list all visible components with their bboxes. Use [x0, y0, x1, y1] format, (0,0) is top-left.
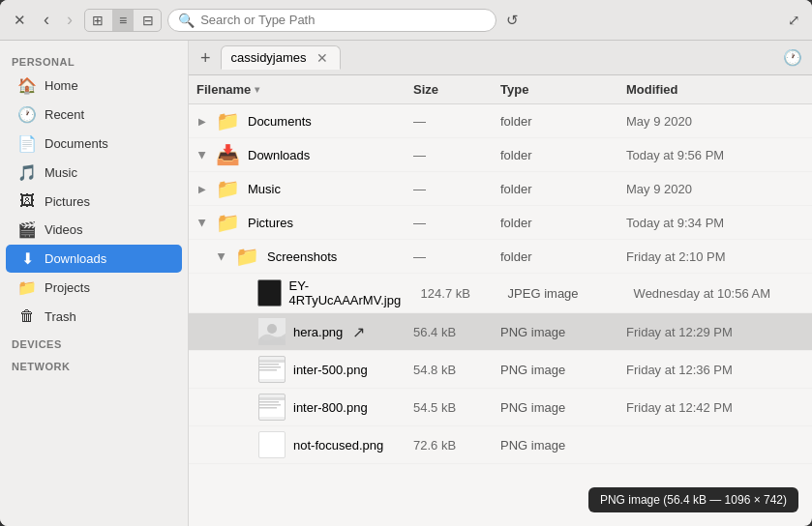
sidebar-label-videos: Videos — [45, 222, 83, 237]
sort-icon: ▾ — [255, 84, 259, 95]
main-area: Personal 🏠 Home 🕐 Recent 📄 Documents 🎵 M… — [0, 41, 812, 526]
search-icon: 🔍 — [178, 13, 195, 28]
forward-button[interactable]: › — [61, 6, 78, 34]
type-header[interactable]: Type — [493, 79, 618, 100]
devices-label: Devices — [0, 331, 188, 353]
sidebar-item-videos[interactable]: 🎬 Videos — [6, 216, 182, 244]
sidebar-item-home[interactable]: 🏠 Home — [6, 72, 182, 100]
videos-icon: 🎬 — [17, 220, 37, 239]
sidebar-item-downloads[interactable]: ⬇ Downloads — [6, 245, 182, 273]
file-size: 124.7 kB — [413, 283, 500, 304]
sidebar-item-pictures[interactable]: 🖼 Pictures — [6, 188, 182, 215]
file-size: 56.4 kB — [406, 322, 493, 342]
file-modified: Friday at 12:42 PM — [618, 397, 812, 418]
svg-rect-3 — [259, 360, 285, 363]
table-row[interactable]: ▶ 📥 Downloads — folder Today at 9:56 PM — [189, 138, 812, 172]
size-header[interactable]: Size — [406, 79, 493, 100]
file-type: PNG image — [493, 397, 618, 418]
table-row[interactable]: ▶ 📁 Documents — folder May 9 2020 — [189, 104, 812, 138]
pictures-icon: 🖼 — [17, 192, 37, 210]
table-row[interactable]: ▶ not-focused.png 72.6 kB PNG image — [189, 426, 812, 464]
sidebar-label-pictures: Pictures — [45, 194, 90, 209]
file-size: — — [406, 145, 493, 165]
table-row[interactable]: ▶ EY-4RTyUcAAArMV.jpg 124.7 kB JPEG imag… — [189, 274, 812, 313]
file-modified: Friday at 12:36 PM — [618, 360, 812, 380]
sidebar-label-recent: Recent — [45, 107, 84, 122]
home-icon: 🏠 — [17, 76, 37, 95]
sidebar: Personal 🏠 Home 🕐 Recent 📄 Documents 🎵 M… — [0, 41, 189, 526]
file-modified: May 9 2020 — [618, 111, 812, 132]
recent-icon: 🕐 — [17, 105, 37, 124]
modified-header[interactable]: Modified — [618, 79, 812, 100]
file-size: 54.5 kB — [406, 397, 493, 418]
new-tab-button[interactable]: + — [195, 45, 217, 71]
svg-rect-5 — [259, 366, 281, 368]
file-type: JPEG image — [500, 283, 626, 304]
sidebar-label-projects: Projects — [45, 280, 90, 295]
file-name-label: Pictures — [248, 216, 293, 230]
reload-button[interactable]: ↺ — [502, 8, 523, 33]
search-input[interactable] — [200, 13, 486, 27]
icon-view-button[interactable]: ⊞ — [85, 10, 110, 31]
file-type: folder — [493, 179, 618, 199]
folder-icon: 📁 — [216, 177, 240, 200]
close-button[interactable]: ✕ — [8, 8, 32, 33]
file-size: — — [406, 247, 493, 267]
folder-icon: 📁 — [216, 211, 240, 234]
file-modified: May 9 2020 — [618, 179, 812, 199]
file-modified — [618, 442, 812, 448]
sidebar-label-music: Music — [45, 165, 77, 180]
tab-close-button[interactable]: ✕ — [315, 51, 330, 65]
table-row[interactable]: ▶ inter-500.png 54.8 kB — [189, 351, 812, 389]
back-button[interactable]: ‹ — [38, 6, 55, 34]
search-bar: 🔍 — [167, 9, 496, 32]
sidebar-item-music[interactable]: 🎵 Music — [6, 159, 182, 187]
compact-view-button[interactable]: ⊟ — [135, 10, 161, 31]
sidebar-item-recent[interactable]: 🕐 Recent — [6, 101, 182, 129]
expand-icon[interactable]: ▶ — [197, 149, 208, 161]
file-modified: Today at 9:56 PM — [618, 145, 812, 165]
file-type: PNG image — [493, 435, 618, 455]
folder-downloads-icon: 📥 — [216, 143, 240, 166]
table-row[interactable]: ▶ 📁 Screenshots — folder Friday at 2:10 … — [189, 240, 812, 274]
file-type: PNG image — [493, 322, 618, 342]
cursor-indicator: ↗ — [352, 323, 365, 341]
file-name-label: Downloads — [248, 148, 310, 162]
tab-history-button[interactable]: 🕐 — [779, 44, 806, 71]
table-row[interactable]: ▶ 📁 Pictures — folder Today at 9:34 PM — [189, 206, 812, 240]
maximize-button[interactable]: ⤢ — [784, 8, 804, 33]
svg-point-1 — [267, 324, 277, 334]
svg-rect-6 — [259, 369, 277, 371]
table-row[interactable]: ▶ hera.png ↗ 56.4 kB — [189, 313, 812, 351]
expand-icon[interactable]: ▶ — [197, 217, 208, 228]
file-name-label: Documents — [248, 114, 312, 129]
music-icon: 🎵 — [17, 163, 37, 182]
folder-icon: 📁 — [235, 245, 259, 268]
expand-icon[interactable]: ▶ — [196, 116, 208, 127]
content-area: + cassidyjames ✕ 🕐 Filename ▾ Size — [189, 41, 812, 526]
file-thumbnail — [258, 318, 286, 345]
file-thumbnail — [258, 394, 286, 421]
sidebar-label-downloads: Downloads — [45, 251, 106, 266]
file-thumbnail — [258, 431, 286, 458]
file-thumbnail — [258, 356, 286, 383]
tab-label: cassidyjames — [231, 50, 307, 65]
table-row[interactable]: ▶ inter-800.png 54.5 kB — [189, 389, 812, 426]
file-name-label: not-focused.png — [293, 438, 383, 453]
expand-icon[interactable]: ▶ — [196, 184, 208, 194]
svg-rect-11 — [259, 407, 277, 409]
network-label: Network — [0, 353, 188, 375]
projects-icon: 📁 — [17, 278, 37, 297]
svg-rect-10 — [259, 404, 281, 406]
expand-icon[interactable]: ▶ — [217, 250, 227, 262]
filename-header[interactable]: Filename ▾ — [189, 79, 406, 100]
table-row[interactable]: ▶ 📁 Music — folder May 9 2020 — [189, 172, 812, 206]
tab-cassidyjames[interactable]: cassidyjames ✕ — [221, 45, 341, 70]
sidebar-item-projects[interactable]: 📁 Projects — [6, 274, 182, 302]
list-view-button[interactable]: ≡ — [112, 10, 134, 31]
sidebar-item-documents[interactable]: 📄 Documents — [6, 130, 182, 158]
file-modified: Wednesday at 10:56 AM — [626, 283, 812, 304]
sidebar-label-home: Home — [45, 78, 78, 93]
folder-icon: 📁 — [216, 109, 240, 132]
sidebar-item-trash[interactable]: 🗑 Trash — [6, 303, 182, 330]
